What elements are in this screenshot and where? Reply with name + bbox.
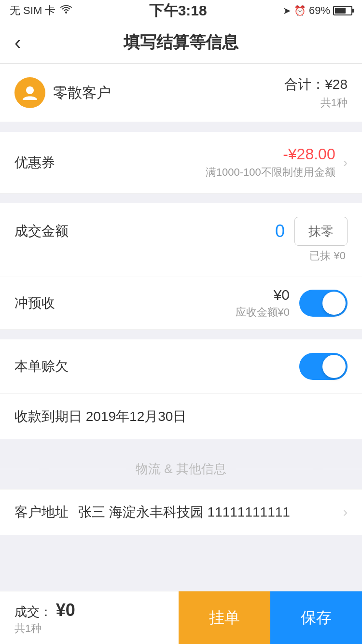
toggle-knob (322, 292, 346, 315)
save-button[interactable]: 保存 (270, 591, 362, 644)
prepay-right: ¥0 应收金额¥0 (236, 287, 348, 320)
alarm-icon: ⏰ (294, 5, 306, 16)
coupon-desc: 满1000-100不限制使用金额 (206, 165, 335, 180)
battery-text: 69% (309, 4, 330, 17)
debt-toggle-knob (322, 355, 346, 378)
address-chevron-icon: › (343, 504, 348, 520)
total-amount: 合计：¥28 (284, 75, 348, 94)
due-date-row: 收款到期日 2019年12月30日 (0, 393, 362, 439)
coupon-right: -¥28.00 满1000-100不限制使用金额 › (206, 145, 348, 180)
coupon-chevron-icon: › (343, 155, 348, 170)
customer-section: 零散客户 合计：¥28 共1种 (0, 64, 362, 122)
address-value: 张三 海淀永丰科技园 11111111111 (78, 503, 343, 521)
status-left: 无 SIM 卡 (10, 3, 73, 18)
page-title: 填写结算等信息 (124, 31, 238, 54)
pending-button[interactable]: 挂单 (179, 591, 270, 644)
due-date-label: 收款到期日 (14, 409, 82, 424)
bottom-deal-label: 成交： (14, 604, 52, 619)
debt-row: 本单赊欠 (0, 339, 362, 393)
prepay-values: ¥0 应收金额¥0 (236, 287, 290, 320)
prepay-amount: ¥0 (236, 287, 290, 303)
separator-4 (0, 439, 362, 449)
prepay-label: 冲预收 (14, 294, 55, 312)
coupon-label: 优惠券 (14, 154, 55, 172)
battery-icon (333, 6, 352, 15)
status-time: 下午3:18 (149, 1, 207, 21)
back-button[interactable]: ‹ (14, 33, 21, 52)
logistics-text: 物流 & 其他信息 (136, 461, 226, 477)
bottom-summary: 成交： ¥0 共1种 (0, 600, 179, 636)
location-icon: ➤ (283, 5, 291, 16)
address-label: 客户地址 (14, 503, 69, 521)
already-rounded-text: 已抹 ¥0 (309, 249, 346, 263)
content: 零散客户 合计：¥28 共1种 优惠券 -¥28.00 满1000-100不限制… (0, 64, 362, 593)
total-count: 共1种 (284, 96, 348, 110)
logistics-right-line (236, 469, 313, 469)
bottom-count: 共1种 (14, 621, 164, 636)
logistics-label: 物流 & 其他信息 (0, 461, 362, 477)
coupon-amount: -¥28.00 (206, 145, 335, 163)
prepay-receivable: 应收金额¥0 (236, 305, 290, 320)
transaction-value: 0 (265, 221, 285, 241)
customer-name: 零散客户 (53, 83, 111, 103)
customer-summary: 合计：¥28 共1种 (284, 75, 348, 110)
logistics-left-line (49, 469, 126, 469)
status-right: ➤ ⏰ 69% (283, 4, 352, 17)
transaction-label: 成交金额 (14, 222, 69, 240)
customer-left: 零散客户 (14, 77, 111, 108)
wifi-icon (59, 4, 73, 17)
coupon-row[interactable]: 优惠券 -¥28.00 满1000-100不限制使用金额 › (0, 132, 362, 194)
transaction-bottom: 已抹 ¥0 (14, 249, 348, 263)
round-button[interactable]: 抹零 (294, 217, 348, 246)
due-date-value: 2019年12月30日 (86, 409, 187, 424)
prepay-toggle[interactable] (299, 290, 348, 317)
no-sim-text: 无 SIM 卡 (10, 3, 56, 18)
svg-point-1 (26, 86, 34, 94)
bottom-deal-amount: ¥0 (56, 600, 75, 620)
bottom-deal-line: 成交： ¥0 (14, 600, 164, 620)
transaction-top: 成交金额 0 抹零 (14, 217, 348, 246)
separator-3 (0, 330, 362, 339)
status-bar: 无 SIM 卡 下午3:18 ➤ ⏰ 69% (0, 0, 362, 21)
prepay-row: 冲预收 ¥0 应收金额¥0 (0, 277, 362, 330)
due-date-text: 收款到期日 2019年12月30日 (14, 409, 186, 424)
logistics-section: 物流 & 其他信息 (0, 449, 362, 489)
customer-row[interactable]: 零散客户 合计：¥28 共1种 (0, 64, 362, 122)
transaction-row: 成交金额 0 抹零 已抹 ¥0 (0, 203, 362, 277)
svg-point-0 (65, 12, 67, 14)
nav-bar: ‹ 填写结算等信息 (0, 21, 362, 64)
debt-label: 本单赊欠 (14, 357, 69, 376)
transaction-right: 0 抹零 (265, 217, 348, 246)
debt-toggle[interactable] (299, 353, 348, 380)
address-row[interactable]: 客户地址 张三 海淀永丰科技园 11111111111 › (0, 489, 362, 535)
separator-1 (0, 122, 362, 132)
customer-avatar (14, 77, 45, 108)
bottom-bar: 成交： ¥0 共1种 挂单 保存 (0, 591, 362, 644)
separator-2 (0, 194, 362, 203)
coupon-value: -¥28.00 满1000-100不限制使用金额 (206, 145, 335, 180)
